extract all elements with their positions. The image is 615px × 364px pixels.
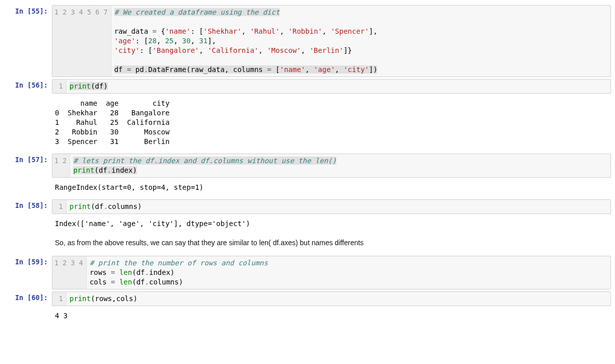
line-gutter: 1 xyxy=(52,80,66,93)
output-cell: RangeIndex(start=0, stop=4, step=1) xyxy=(4,180,611,197)
output-cell: 4 3 xyxy=(4,308,611,326)
markdown-cell: So, as from the above results, we can sa… xyxy=(4,236,611,254)
code-content[interactable]: # print the the number of rows and colum… xyxy=(87,256,610,289)
input-prompt: In [56]: xyxy=(4,79,52,94)
output-cell: Index(['name', 'age', 'city'], dtype='ob… xyxy=(4,216,611,234)
line-gutter: 1 2 3 4 5 6 7 xyxy=(52,6,111,77)
code-cell: In [57]:1 2# lets print the df.index and… xyxy=(4,154,611,178)
input-prompt: In [57]: xyxy=(4,154,52,178)
code-content[interactable]: # lets print the df.index and df.columns… xyxy=(70,154,610,177)
output-text: RangeIndex(start=0, stop=4, step=1) xyxy=(52,180,611,197)
input-prompt: In [55]: xyxy=(4,5,52,77)
code-input[interactable]: 1 2# lets print the df.index and df.colu… xyxy=(52,154,611,178)
output-text: 4 3 xyxy=(52,308,611,326)
input-prompt: In [60]: xyxy=(4,292,52,306)
output-text: name age city 0 Shekhar 28 Bangalore 1 R… xyxy=(52,96,611,152)
code-cell: In [58]:1print(df.columns) xyxy=(4,199,611,214)
code-cell: In [55]:1 2 3 4 5 6 7# We created a data… xyxy=(4,5,611,77)
code-cell: In [59]:1 2 3 4# print the the number of… xyxy=(4,256,611,289)
output-prompt xyxy=(4,216,52,234)
code-input[interactable]: 1 2 3 4# print the the number of rows an… xyxy=(52,256,611,289)
output-cell: name age city 0 Shekhar 28 Bangalore 1 R… xyxy=(4,96,611,152)
code-input[interactable]: 1print(df.columns) xyxy=(52,199,611,214)
output-prompt xyxy=(4,180,52,197)
code-content[interactable]: # We created a dataframe using the dict … xyxy=(111,6,610,77)
line-gutter: 1 xyxy=(52,292,66,306)
output-prompt xyxy=(4,308,52,326)
code-input[interactable]: 1print(rows,cols) xyxy=(52,292,611,306)
markdown-text: So, as from the above results, we can sa… xyxy=(52,236,611,254)
line-gutter: 1 2 3 4 xyxy=(52,256,87,289)
code-content[interactable]: print(df.columns) xyxy=(66,200,610,213)
line-gutter: 1 xyxy=(52,200,66,213)
code-input[interactable]: 1print(df) xyxy=(52,79,611,94)
markdown-prompt xyxy=(4,236,52,254)
code-content[interactable]: print(df) xyxy=(66,80,610,93)
code-content[interactable]: print(rows,cols) xyxy=(66,292,610,306)
output-prompt xyxy=(4,96,52,152)
code-cell: In [60]:1print(rows,cols) xyxy=(4,292,611,306)
notebook: In [55]:1 2 3 4 5 6 7# We created a data… xyxy=(4,5,611,326)
code-cell: In [56]:1print(df) xyxy=(4,79,611,94)
input-prompt: In [58]: xyxy=(4,199,52,214)
line-gutter: 1 2 xyxy=(52,154,70,177)
code-input[interactable]: 1 2 3 4 5 6 7# We created a dataframe us… xyxy=(52,5,611,77)
input-prompt: In [59]: xyxy=(4,256,52,289)
output-text: Index(['name', 'age', 'city'], dtype='ob… xyxy=(52,216,611,234)
